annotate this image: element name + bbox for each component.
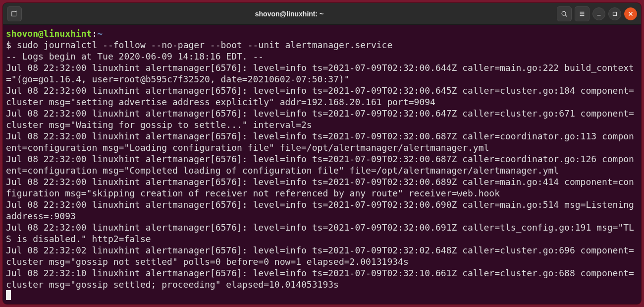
svg-rect-9 bbox=[613, 12, 617, 15]
close-icon bbox=[627, 10, 634, 17]
close-button[interactable] bbox=[624, 7, 637, 20]
prompt-user: shovon@linuxhint bbox=[6, 28, 92, 39]
window-title: shovon@linuxhint: ~ bbox=[25, 10, 554, 18]
menu-button[interactable] bbox=[575, 6, 590, 21]
maximize-icon bbox=[611, 10, 618, 17]
minimize-icon bbox=[595, 10, 602, 17]
titlebar: shovon@linuxhint: ~ bbox=[3, 3, 641, 25]
hamburger-icon bbox=[579, 10, 586, 17]
command-text: sudo journalctl --follow --no-pager --bo… bbox=[17, 40, 393, 50]
new-tab-icon bbox=[11, 10, 18, 17]
search-icon bbox=[561, 10, 568, 17]
svg-line-4 bbox=[565, 15, 567, 16]
search-button[interactable] bbox=[557, 6, 572, 21]
new-tab-button[interactable] bbox=[7, 6, 22, 21]
minimize-button[interactable] bbox=[592, 7, 605, 20]
svg-rect-0 bbox=[12, 11, 16, 16]
svg-point-3 bbox=[562, 11, 566, 15]
prompt-dollar: $ bbox=[6, 40, 17, 50]
prompt-path: ~ bbox=[97, 28, 103, 39]
terminal-window: shovon@linuxhint: ~ shovon@linuxhint:~ $… bbox=[3, 3, 641, 304]
terminal-body[interactable]: shovon@linuxhint:~ $ sudo journalctl --f… bbox=[3, 25, 641, 304]
cursor bbox=[6, 290, 11, 300]
maximize-button[interactable] bbox=[608, 7, 621, 20]
log-output: -- Logs begin at Tue 2020-06-09 14:18:16… bbox=[6, 51, 640, 290]
prompt-sep: : bbox=[92, 28, 97, 39]
